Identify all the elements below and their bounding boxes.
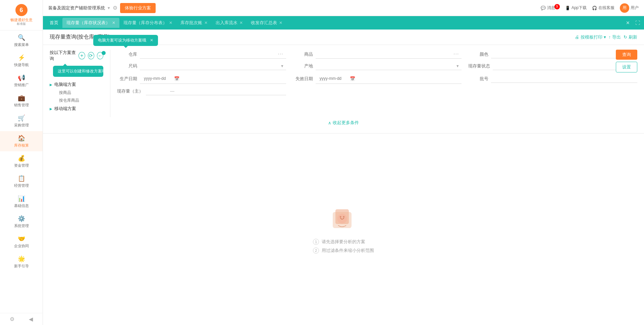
sidebar-item-finance[interactable]: 💰 资金管理 (0, 151, 43, 171)
sidebar-item-quick[interactable]: ⚡ 快捷导航 (0, 51, 43, 71)
add-scheme-button[interactable]: + (78, 52, 85, 59)
warehouse-label: 仓库 (117, 51, 137, 57)
tooltip2-close[interactable]: ✕ (110, 69, 113, 73)
search-icon: 🔍 (18, 34, 25, 41)
filter-row-inv-status: 现存量状态 ▾ (468, 62, 637, 70)
export-icon: ↑ (609, 35, 611, 40)
sidebar-item-sales[interactable]: 💼 销售管理 (0, 91, 43, 111)
tab-inventory-dist[interactable]: 现存量（库存分布表） ✕ (119, 18, 176, 28)
scheme-panel: 按以下方案查询 + ⟳ ← 电脑方案可设为移动方案哦 ✕ (50, 50, 103, 117)
collapse-icon[interactable]: ◀ (29, 316, 33, 322)
logo-text: 畅捷通好生意 标准版 (10, 17, 33, 26)
tab-close-icon[interactable]: ✕ (239, 20, 243, 25)
basic-icon: 📊 (18, 195, 25, 202)
expiry-date-label: 失效日期 (293, 76, 313, 82)
empty-state: 1 请先选择要分析的方案 2 用过滤条件来缩小分析范围 (43, 133, 644, 325)
message-badge: 9 (554, 4, 560, 9)
sidebar-item-label: 资金管理 (14, 163, 29, 168)
sidebar-item-operations[interactable]: 📋 经营管理 (0, 171, 43, 192)
sidebar-item-guide[interactable]: 🌟 新手引导 (0, 252, 43, 272)
export-button[interactable]: ↑ 导出 (609, 34, 621, 40)
sidebar-item-marketing[interactable]: 📢 营销推广 (0, 71, 43, 91)
chevron-down-icon: ▾ (281, 63, 283, 68)
industry-button[interactable]: 体验行业方案 (120, 3, 156, 13)
sidebar-item-label: 企业协同 (14, 243, 29, 249)
warehouse-dots-icon[interactable]: ··· (278, 51, 283, 57)
template-print-button[interactable]: 🖨 按模板打印 ▾ (575, 34, 606, 40)
refresh-button[interactable]: ↻ 刷新 (624, 34, 637, 40)
sidebar-item-purchase[interactable]: 🛒 采购管理 (0, 111, 43, 131)
tab-close-icon[interactable]: ✕ (279, 20, 282, 25)
tab-close-icon[interactable]: ✕ (169, 20, 172, 25)
scheme-group-name: 移动端方案 (54, 106, 76, 112)
tab-close-all-icon[interactable]: ✕ (625, 19, 631, 27)
guide-icon: 🌟 (18, 255, 25, 263)
tab-maximize-icon[interactable]: ⛶ (634, 19, 641, 27)
tab-label: 出入库流水 (216, 20, 237, 26)
expand-arrow-icon: ▶ (50, 83, 52, 87)
tab-home[interactable]: 首页 (46, 18, 62, 28)
logo-icon: 6 (15, 4, 28, 16)
svg-point-4 (343, 216, 344, 218)
tab-inventory-status[interactable]: 现存量（库存状况表） ✕ (62, 18, 119, 28)
system-name-dropdown-icon[interactable]: ▾ (108, 5, 110, 10)
finance-icon: 💰 (18, 155, 25, 162)
expiry-date-input[interactable] (318, 75, 348, 82)
tab-receipt[interactable]: 收发存汇总表 ✕ (247, 18, 286, 28)
enterprise-icon: 🤝 (18, 235, 25, 242)
content-area: 现存量查询(按仓库+商品) 🖨 按模板打印 ▾ ↑ 导出 ↻ 刷新 (43, 30, 644, 325)
header-left: 装备及固定资产辅助管理系统 ▾ ⚙ 体验行业方案 (48, 3, 156, 13)
scheme-item[interactable]: 按仓库商品 (56, 97, 103, 104)
svg-point-3 (340, 216, 341, 218)
sidebar-item-label: 快捷导航 (14, 62, 29, 67)
support-item[interactable]: 🎧 在线客服 (592, 5, 614, 11)
filter-row-warehouse: 仓库 ··· (117, 50, 286, 59)
sidebar-item-label: 营销推广 (14, 83, 29, 88)
batch-input[interactable] (491, 75, 637, 83)
user-item[interactable]: 用 用户 (620, 3, 639, 13)
tooltip-scheme-mobile: 电脑方案可设为移动方案哦 ✕ (93, 35, 158, 46)
quick-icon: ⚡ (18, 54, 25, 61)
app-download-item[interactable]: 📱 App下载 (565, 5, 587, 11)
tooltip-edit-scheme: 这里可以创建和修改方案哦 ✕ (53, 66, 103, 77)
scheme-group-header-mobile[interactable]: ▶ 移动端方案 (50, 104, 103, 113)
scheme-item[interactable]: 按商品 (56, 89, 103, 97)
scheme-group-mobile: ▶ 移动端方案 (50, 104, 103, 113)
support-label: 在线客服 (598, 5, 614, 11)
sidebar-item-search[interactable]: 🔍 搜索菜单 (0, 31, 43, 51)
sidebar-logo: 6 畅捷通好生意 标准版 (0, 0, 43, 31)
tab-inout[interactable]: 出入库流水 ✕ (212, 18, 247, 28)
calendar-icon[interactable]: 📅 (174, 76, 179, 81)
inventory-min-input[interactable] (149, 89, 169, 94)
sidebar-item-label: 新手引导 (14, 264, 29, 269)
inventory-max-input[interactable] (176, 89, 196, 94)
sidebar-item-system[interactable]: ⚙️ 系统管理 (0, 212, 43, 232)
settings-icon[interactable]: ⚙ (10, 316, 14, 322)
message-item[interactable]: 💬 消息 9 (541, 5, 560, 11)
filter-title-row: 按以下方案查询 + ⟳ ← 电脑方案可设为移动方案哦 ✕ (50, 50, 103, 62)
tab-close-icon[interactable]: ✕ (204, 20, 208, 25)
tab-close-icon[interactable]: ✕ (112, 20, 115, 25)
sidebar-item-enterprise[interactable]: 🤝 企业协同 (0, 232, 43, 252)
user-label: 用户 (631, 5, 639, 11)
inventory-icon: 🏠 (18, 134, 25, 142)
collapse-row[interactable]: ∧ 收起更多条件 (50, 117, 637, 128)
settings-icon[interactable]: ⚙ (113, 5, 117, 11)
tab-batch[interactable]: 库存批次账 ✕ (176, 18, 212, 28)
goods-dots-icon[interactable]: ··· (453, 51, 459, 57)
scheme-group-name: 电脑端方案 (54, 82, 76, 88)
chevron-up-icon: ∧ (328, 120, 331, 125)
reset-button[interactable]: 设置 (616, 62, 637, 72)
sidebar-item-basic[interactable]: 📊 基础信息 (0, 192, 43, 212)
calendar-icon[interactable]: 📅 (350, 76, 355, 81)
prod-date-input[interactable] (143, 75, 173, 82)
sidebar-item-inventory[interactable]: 🏠 库存核算 (0, 131, 43, 151)
sync-scheme-button[interactable]: ⟳ (88, 52, 94, 59)
sidebar-item-label: 库存核算 (14, 143, 29, 148)
scheme-group-header-desktop[interactable]: ▶ 电脑端方案 (50, 80, 103, 89)
query-button[interactable]: 查询 (616, 50, 637, 60)
scheme-item-label: 按仓库商品 (59, 98, 79, 103)
tooltip1-close[interactable]: ✕ (150, 38, 153, 43)
collapse-label: 收起更多条件 (333, 120, 359, 126)
range-dash: — (170, 89, 174, 94)
